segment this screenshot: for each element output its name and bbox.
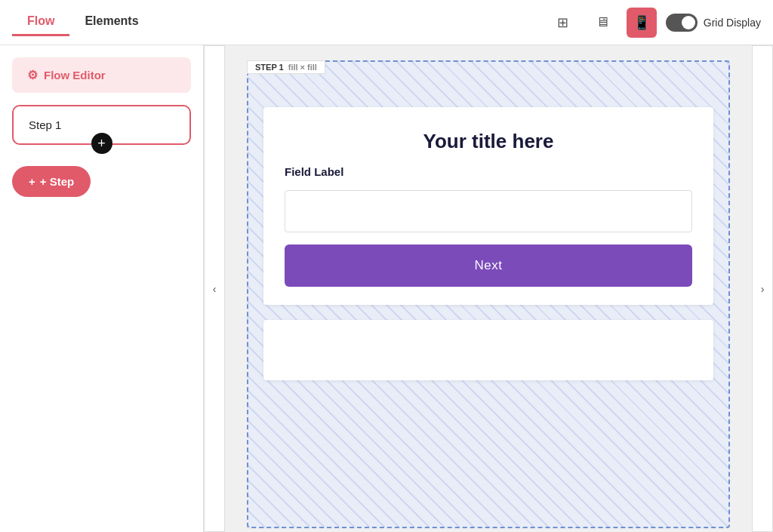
- tab-flow[interactable]: Flow: [12, 8, 69, 36]
- canvas-chevron-left[interactable]: ‹: [204, 45, 225, 532]
- step-add-below-button[interactable]: +: [91, 133, 112, 154]
- desktop-view-button[interactable]: 🖥: [587, 8, 617, 38]
- step-size-label: fill × fill: [288, 63, 317, 72]
- add-step-button[interactable]: + + Step: [12, 166, 91, 197]
- add-step-label: + Step: [40, 175, 74, 188]
- field-input[interactable]: [285, 190, 692, 232]
- grid-display-toggle[interactable]: Grid Display: [666, 14, 761, 32]
- tab-bar: Flow Elements: [12, 8, 154, 36]
- sidebar: ⚙ Flow Editor Step 1 + + + Step: [0, 45, 204, 532]
- tab-elements[interactable]: Elements: [69, 8, 153, 36]
- top-bar: Flow Elements ⊞ 🖥 📱 Grid Display: [0, 0, 773, 45]
- flow-editor-label: Flow Editor: [44, 69, 106, 81]
- canvas-inner: STEP 1 fill × fill Your title here Field…: [225, 45, 752, 532]
- step-1-card[interactable]: Step 1 +: [12, 105, 191, 145]
- grid-toggle-switch[interactable]: [666, 14, 698, 32]
- mobile-view-button[interactable]: 📱: [627, 8, 657, 38]
- top-bar-right: ⊞ 🖥 📱 Grid Display: [548, 8, 761, 38]
- fit-to-screen-icon: ⊞: [557, 14, 568, 31]
- grid-toggle-label: Grid Display: [704, 17, 761, 29]
- flow-editor-button[interactable]: ⚙ Flow Editor: [12, 57, 191, 93]
- chevron-right-icon: ›: [761, 283, 765, 295]
- fit-to-screen-button[interactable]: ⊞: [548, 8, 578, 38]
- flow-editor-icon: ⚙: [27, 68, 38, 82]
- main-layout: ⚙ Flow Editor Step 1 + + + Step ‹ STEP 1…: [0, 45, 773, 532]
- step-label-bar: STEP 1 fill × fill: [247, 60, 325, 74]
- bottom-placeholder-area: [263, 320, 713, 380]
- field-label: Field Label: [285, 165, 692, 178]
- canvas-chevron-right[interactable]: ›: [752, 45, 773, 532]
- chevron-left-icon: ‹: [213, 283, 217, 295]
- add-step-icon: +: [29, 175, 35, 188]
- step-badge: STEP 1: [255, 63, 284, 72]
- preview-frame: STEP 1 fill × fill Your title here Field…: [247, 60, 730, 528]
- form-card: Your title here Field Label Next: [263, 107, 713, 305]
- next-button[interactable]: Next: [285, 244, 692, 287]
- desktop-icon: 🖥: [596, 14, 609, 30]
- step-1-label: Step 1: [29, 118, 61, 131]
- form-title: Your title here: [285, 130, 692, 153]
- mobile-icon: 📱: [633, 14, 650, 31]
- canvas-area: ‹ STEP 1 fill × fill Your title here Fie…: [204, 45, 773, 532]
- top-bar-left: Flow Elements: [12, 8, 154, 36]
